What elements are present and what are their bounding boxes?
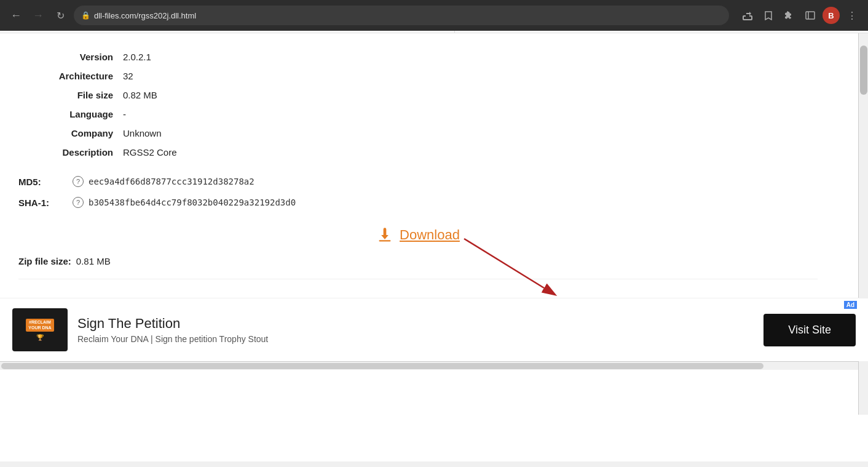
more-button[interactable]: ⋮ [843, 7, 861, 24]
extension-button[interactable] [781, 7, 798, 24]
bookmark-button[interactable] [760, 7, 777, 24]
version-label: Version [18, 52, 123, 62]
browser-actions: B ⋮ [739, 7, 861, 24]
sha1-label: SHA-1: [18, 198, 68, 208]
ad-subtitle: Reclaim Your DNA | Sign the petition Tro… [77, 334, 754, 344]
sidebar-button[interactable] [802, 7, 819, 24]
download-button[interactable]: Download [376, 226, 460, 244]
architecture-value: 32 [123, 71, 133, 81]
description-value: RGSS2 Core [123, 147, 177, 158]
filesize-value: 0.82 MB [123, 90, 157, 100]
hash-section: MD5: ? eec9a4df66d87877ccc31912d38278a2 … [18, 176, 818, 208]
download-label: Download [400, 227, 460, 243]
download-icon [376, 226, 393, 244]
zip-label: Zip file size: [18, 256, 71, 266]
svg-rect-1 [379, 240, 391, 241]
url-text: dll-files.com/rgss202j.dll.html [94, 11, 722, 20]
ad-logo-text: 🏆 [36, 334, 44, 341]
version-row: Version 2.0.2.1 [18, 52, 818, 62]
profile-button[interactable]: B [823, 7, 840, 24]
zip-size-row: Zip file size: 0.81 MB [18, 256, 818, 279]
back-button[interactable]: ← [7, 7, 25, 24]
forward-button[interactable]: → [30, 7, 47, 24]
ad-image: #RECLAIMYOUR DNA 🏆 [12, 308, 68, 351]
address-bar[interactable]: 🔒 dll-files.com/rgss202j.dll.html [74, 6, 729, 25]
md5-help-icon[interactable]: ? [73, 176, 84, 187]
sha1-row: SHA-1: ? b305438fbe64d4cc79f8032b040229a… [18, 197, 818, 208]
horizontal-scroll-thumb[interactable] [1, 363, 763, 369]
ad-banner: #RECLAIMYOUR DNA 🏆 Sign The Petition Rec… [0, 298, 868, 361]
language-row: Language - [18, 109, 818, 119]
svg-rect-0 [806, 12, 815, 19]
lock-icon: 🔒 [81, 11, 90, 20]
description-label: Description [18, 147, 123, 158]
company-label: Company [18, 128, 123, 138]
language-value: - [123, 109, 126, 119]
file-info: Version 2.0.2.1 Architecture 32 File siz… [18, 52, 818, 158]
sha1-value: b305438fbe64d4cc79f8032b040229a32192d3d0 [89, 198, 296, 207]
ad-indicator: Ad [844, 301, 857, 309]
download-section: Download [18, 226, 818, 244]
filesize-label: File size [18, 90, 123, 100]
visit-site-button[interactable]: Visit Site [763, 314, 856, 346]
description-row: Description RGSS2 Core [18, 147, 818, 158]
architecture-label: Architecture [18, 71, 123, 81]
company-value: Unknown [123, 128, 162, 138]
company-row: Company Unknown [18, 128, 818, 138]
scroll-thumb[interactable] [860, 46, 867, 95]
ad-content: Sign The Petition Reclaim Your DNA | Sig… [77, 316, 754, 344]
browser-chrome: ← → ↻ 🔒 dll-files.com/rgss202j.dll.html … [0, 0, 868, 31]
version-value: 2.0.2.1 [123, 52, 151, 62]
refresh-button[interactable]: ↻ [52, 7, 69, 24]
bottom-scrollbar[interactable] [0, 361, 868, 370]
ad-title: Sign The Petition [77, 316, 754, 332]
main-content: Version 2.0.2.1 Architecture 32 File siz… [0, 33, 848, 298]
md5-value: eec9a4df66d87877ccc31912d38278a2 [89, 177, 254, 186]
zip-value: 0.81 MB [76, 256, 111, 266]
filesize-row: File size 0.82 MB [18, 90, 818, 100]
md5-row: MD5: ? eec9a4df66d87877ccc31912d38278a2 [18, 176, 818, 187]
ad-badge: #RECLAIMYOUR DNA [26, 319, 53, 332]
architecture-row: Architecture 32 [18, 71, 818, 81]
language-label: Language [18, 109, 123, 119]
page-content: Version 2.0.2.1 Architecture 32 File siz… [0, 31, 868, 461]
md5-label: MD5: [18, 177, 68, 187]
share-button[interactable] [739, 7, 756, 24]
sha1-help-icon[interactable]: ? [73, 197, 84, 208]
